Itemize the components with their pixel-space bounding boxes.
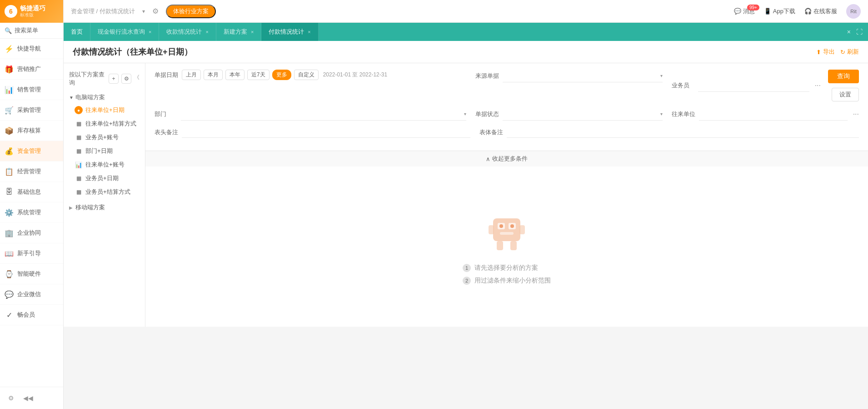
desktop-group-title[interactable]: ▼ 电脑端方案 (64, 91, 145, 103)
message-button[interactable]: 💬 消息 99+ (734, 7, 755, 15)
filter-date-item: 单据日期 上月 本月 本年 近7天 更多 自定义 2022-01-01 至 20… (155, 70, 466, 80)
scheme-item-partner-settlement[interactable]: ▦ 往来单位+结算方式 (64, 117, 145, 131)
salesman-dots[interactable]: ··· (815, 81, 821, 90)
tab-close-new-scheme[interactable]: × (251, 29, 254, 35)
sidebar-item-inventory[interactable]: 📦 库存核算 (0, 121, 63, 141)
empty-illustration (479, 209, 534, 255)
breadcrumb-dropdown[interactable]: ▾ (142, 8, 145, 15)
trial-button[interactable]: 体验行业方案 (166, 5, 216, 18)
sidebar-item-basic[interactable]: 🗄 基础信息 (0, 182, 63, 202)
scheme-item-salesman-settle[interactable]: ▦ 业务员+结算方式 (64, 185, 145, 199)
scheme-item-icon-partner-account: 📊 (75, 161, 83, 169)
wechat-icon: 💬 (5, 290, 14, 299)
scheme-collapse-button[interactable]: 《 (134, 74, 140, 84)
date-btn-this-month[interactable]: 本月 (204, 70, 223, 80)
tab-new-scheme[interactable]: 新建方案 × (216, 23, 261, 41)
logo-text: 畅捷通巧 标准版 (20, 5, 45, 19)
sidebar-logo: 6 畅捷通巧 标准版 (0, 0, 63, 23)
counterpart-dots[interactable]: ··· (853, 110, 859, 118)
salesman-select[interactable] (698, 79, 809, 92)
date-btn-this-year[interactable]: 本年 (225, 70, 244, 80)
tab-close-payment-stats[interactable]: × (308, 29, 310, 35)
docstatus-select-arrow: ▾ (660, 111, 663, 116)
date-btn-more[interactable]: 更多 (272, 70, 291, 80)
app-download-button[interactable]: 📱 App下载 (764, 7, 795, 15)
refresh-button[interactable]: ↻ 刷新 (840, 48, 859, 56)
query-button[interactable]: 查询 (828, 70, 859, 83)
enterprise-icon: 🏢 (5, 228, 14, 237)
date-btn-7days[interactable]: 近7天 (247, 70, 269, 80)
desktop-scheme-group: ▼ 电脑端方案 ● 往来单位+日期 ▦ 往来单位+结算方式 ▦ 业务员+账号 (64, 91, 145, 199)
sidebar-collapse-button[interactable]: ◀◀ (22, 392, 35, 404)
sidebar-item-enterprise[interactable]: 🏢 企业协同 (0, 223, 63, 243)
sidebar-search[interactable]: 🔍 搜索菜单 (0, 23, 63, 39)
operation-icon: 📋 (5, 167, 14, 176)
mobile-group-arrow: ▶ (69, 205, 73, 210)
sidebar-item-capital[interactable]: 💰 资金管理 (0, 141, 63, 162)
sidebar-item-quicknav[interactable]: ⚡ 快捷导航 (0, 39, 63, 59)
scheme-item-salesman-date[interactable]: ▦ 业务员+日期 (64, 172, 145, 185)
scheme-item-icon-salesman-date: ▦ (75, 174, 83, 182)
tab-cash-flow[interactable]: 现金银行流水查询 × (90, 23, 159, 41)
svg-rect-0 (493, 218, 520, 241)
scheme-add-button[interactable]: + (109, 74, 119, 84)
filter-salesman-item: 业务员 ··· 查询 设置 (672, 70, 859, 101)
salesman-label: 业务员 (672, 81, 694, 90)
scheme-header-actions: + ⚙ 《 (109, 74, 140, 84)
sales-icon: 📊 (5, 85, 14, 94)
sidebar-item-guide[interactable]: 📖 新手引导 (0, 243, 63, 264)
content-area: 付款情况统计（往来单位+日期） ⬆ 导出 ↻ 刷新 按以下方案查询 + (64, 41, 868, 409)
scheme-item-partner-date[interactable]: ● 往来单位+日期 (64, 103, 145, 117)
source-select-arrow: ▾ (660, 73, 663, 78)
dept-select[interactable]: ▾ (181, 108, 466, 121)
scheme-item-dept-date[interactable]: ▦ 部门+日期 (64, 144, 145, 158)
topnav-settings-icon[interactable]: ⚙ (152, 7, 159, 15)
sidebar-item-marketing[interactable]: 🎁 营销推广 (0, 59, 63, 80)
source-select[interactable]: ▾ (503, 70, 663, 82)
scheme-settings-button[interactable]: ⚙ (121, 74, 131, 84)
sidebar-item-wechat[interactable]: 💬 企业微信 (0, 284, 63, 305)
topnav-right: 💬 消息 99+ 📱 App下载 🎧 在线客服 Rit (734, 4, 861, 19)
sidebar-item-sales[interactable]: 📊 销售管理 (0, 80, 63, 100)
sidebar-item-purchase[interactable]: 🛒 采购管理 (0, 100, 63, 121)
scheme-item-salesman-account[interactable]: ▦ 业务员+账号 (64, 131, 145, 144)
tab-close-cash-flow[interactable]: × (149, 29, 151, 35)
tab-home[interactable]: 首页 (64, 23, 90, 41)
header-note-input[interactable] (182, 127, 470, 138)
scheme-item-partner-account[interactable]: 📊 往来单位+账号 (64, 158, 145, 172)
filter-panel: 按以下方案查询 + ⚙ 《 ▼ 电脑端方案 ● 往来单位+日期 (64, 63, 868, 327)
collapse-icon: ∧ (486, 156, 490, 162)
export-button[interactable]: ⬆ 导出 (816, 48, 835, 56)
scheme-item-icon-dept-date: ▦ (75, 147, 83, 155)
sidebar-item-member[interactable]: ✓ 畅会员 (0, 305, 63, 325)
desktop-group-arrow: ▼ (69, 95, 74, 100)
docstatus-label: 单据状态 (475, 110, 499, 118)
sidebar-item-hardware[interactable]: ⌚ 智能硬件 (0, 264, 63, 284)
sidebar-item-system[interactable]: ⚙️ 系统管理 (0, 202, 63, 223)
page-header-actions: ⬆ 导出 ↻ 刷新 (816, 48, 859, 56)
date-btn-custom[interactable]: 自定义 (294, 70, 319, 80)
tab-payment-stats[interactable]: 付款情况统计 × (261, 23, 318, 41)
filter-body-note-item: 表体备注 (479, 127, 859, 138)
tabbar-fullscreen-icon[interactable]: ⛶ (856, 28, 863, 35)
sidebar-item-operation[interactable]: 📋 经营管理 (0, 162, 63, 182)
scheme-header: 按以下方案查询 + ⚙ 《 (64, 68, 145, 90)
sidebar-settings-button[interactable]: ⚙ (5, 392, 17, 404)
tab-receivable[interactable]: 收款情况统计 × (159, 23, 216, 41)
date-btn-last-month[interactable]: 上月 (182, 70, 201, 80)
date-label: 单据日期 (155, 71, 178, 79)
collapse-bar[interactable]: ∧ 收起更多条件 (145, 151, 868, 167)
scheme-item-icon-salesman-account: ▦ (75, 133, 83, 141)
empty-tip-2: 2 用过滤条件来缩小分析范围 (463, 277, 551, 285)
tab-close-receivable[interactable]: × (205, 29, 208, 35)
mobile-scheme-group[interactable]: ▶ 移动端方案 (64, 201, 145, 214)
service-button[interactable]: 🎧 在线客服 (804, 7, 837, 15)
counterpart-select[interactable] (699, 108, 847, 121)
user-avatar[interactable]: Rit (846, 4, 861, 19)
body-note-input[interactable] (507, 127, 859, 138)
filter-settings-button[interactable]: 设置 (832, 88, 859, 101)
tabbar-close-icon[interactable]: × (847, 28, 851, 35)
header-note-label: 表头备注 (155, 128, 178, 136)
filter-source-item: 来源单据 ▾ (475, 70, 663, 82)
docstatus-select[interactable]: ▾ (503, 108, 663, 121)
